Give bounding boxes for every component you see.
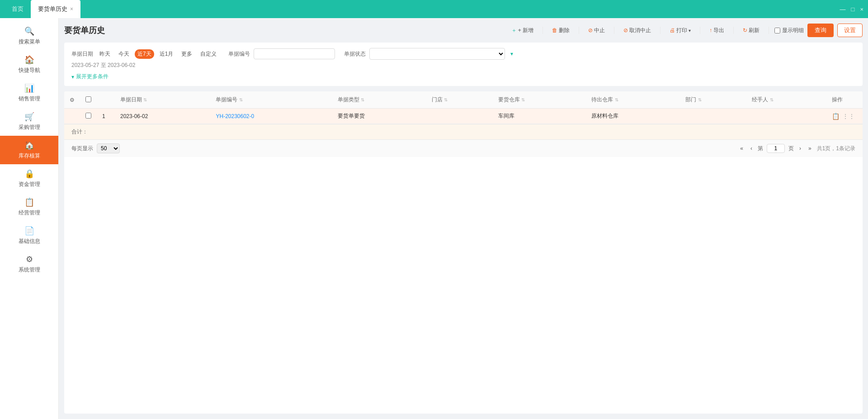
tab-requisition-history[interactable]: 要货单历史 × — [31, 0, 80, 18]
basic-info-icon: 📄 — [24, 226, 34, 236]
filter-status: 单据状态 ▾ — [344, 48, 855, 60]
sidebar-item-search[interactable]: 🔍 搜索菜单 — [0, 22, 58, 50]
filter-doc-no: 单据编号 — [228, 48, 335, 59]
first-page-button[interactable]: « — [738, 144, 745, 152]
stop-icon: ⊘ — [588, 27, 593, 33]
date-last1month[interactable]: 近1月 — [157, 49, 176, 59]
header-actions: ＋ + 新增 🗑 删除 ⊘ 中止 ⊘ 取消中止 — [508, 24, 863, 37]
sidebar-item-quick-nav[interactable]: 🏠 快捷导航 — [0, 50, 58, 79]
col-operation: 操作 — [826, 91, 863, 109]
window-close[interactable]: × — [860, 6, 863, 13]
summary-label: 合计： — [71, 129, 88, 135]
window-minimize[interactable]: — — [840, 6, 846, 13]
tab-home[interactable]: 首页 — [5, 0, 31, 18]
sort-icon[interactable]: ⇅ — [615, 97, 618, 102]
col-handler-label: 经手人 — [752, 96, 768, 103]
row-select-checkbox[interactable] — [85, 113, 91, 119]
sidebar-item-purchase[interactable]: 🛒 采购管理 — [0, 107, 58, 136]
sort-icon[interactable]: ⇅ — [143, 97, 147, 102]
operations-icon: 📋 — [24, 197, 34, 207]
tab-close-icon[interactable]: × — [70, 6, 73, 12]
table-footer: 每页显示 50 10 20 100 « ‹ 第 页 › » 共 — [64, 139, 863, 157]
finance-icon: 🔒 — [24, 169, 34, 179]
table-container: ⚙ 单据日期 ⇅ 单据编号 ⇅ — [64, 91, 863, 414]
sidebar: 🔍 搜索菜单 🏠 快捷导航 📊 销售管理 🛒 采购管理 🏠 库存核算 🔒 资金管… — [0, 18, 59, 419]
next-page-button[interactable]: › — [797, 144, 803, 152]
inventory-icon: 🏠 — [24, 140, 34, 150]
divider — [542, 27, 543, 34]
sidebar-item-operations[interactable]: 📋 经营管理 — [0, 193, 58, 221]
date-yesterday[interactable]: 昨天 — [97, 49, 113, 59]
sort-icon[interactable]: ⇅ — [361, 97, 364, 102]
top-bar: 首页 要货单历史 × — □ × — [0, 0, 868, 18]
settings-icon[interactable]: ⚙ — [70, 97, 75, 103]
status-label: 单据状态 — [344, 50, 366, 58]
row-pending-warehouse: 原材料仓库 — [586, 109, 680, 124]
status-select[interactable] — [369, 48, 505, 60]
col-department: 部门 ⇅ — [680, 91, 746, 109]
col-settings[interactable]: ⚙ — [64, 91, 80, 109]
table-row: 1 2023-06-02 YH-20230602-0 要货单要货 车间库 原材料… — [64, 109, 863, 124]
cancel-stop-icon: ⊘ — [623, 27, 628, 33]
window-controls: — □ × — [840, 6, 863, 13]
summary-row: 合计： — [64, 124, 863, 139]
row-doc-no[interactable]: YH-20230602-0 — [210, 109, 332, 124]
divider — [660, 27, 660, 34]
expand-filter[interactable]: ▾ 展开更多条件 — [71, 73, 855, 81]
sort-icon[interactable]: ⇅ — [239, 97, 243, 102]
export-button[interactable]: ↑ 导出 — [706, 25, 728, 36]
filter-row: 单据日期 昨天 今天 近7天 近1月 更多 自定义 单据编号 — [71, 48, 855, 60]
display-detail-checkbox[interactable] — [774, 28, 780, 33]
new-button[interactable]: ＋ + 新增 — [508, 25, 537, 36]
system-icon: ⚙ — [26, 254, 33, 264]
delete-button[interactable]: 🗑 删除 — [548, 25, 573, 36]
home-icon: 🏠 — [24, 55, 34, 65]
divider — [733, 27, 734, 34]
sidebar-item-system[interactable]: ⚙ 系统管理 — [0, 250, 58, 278]
date-last7days[interactable]: 近7天 — [135, 49, 154, 59]
sidebar-item-inventory[interactable]: 🏠 库存核算 — [0, 136, 58, 164]
last-page-button[interactable]: » — [807, 144, 813, 152]
cancel-stop-button[interactable]: ⊘ 取消中止 — [620, 25, 655, 36]
settings-button[interactable]: 设置 — [837, 24, 863, 37]
col-pending-warehouse-label: 待出仓库 — [591, 96, 613, 103]
edit-icon[interactable]: 📋 — [832, 113, 840, 120]
sidebar-item-sales[interactable]: 📊 销售管理 — [0, 79, 58, 107]
page-suffix: 页 — [788, 145, 794, 152]
row-num: 1 — [97, 109, 115, 124]
sidebar-item-basic-info[interactable]: 📄 基础信息 — [0, 221, 58, 250]
prev-page-button[interactable]: ‹ — [749, 144, 754, 152]
sort-icon[interactable]: ⇅ — [770, 97, 774, 102]
sidebar-item-finance[interactable]: 🔒 资金管理 — [0, 164, 58, 193]
page-header: 要货单历史 ＋ + 新增 🗑 删除 ⊘ 中止 ⊘ — [64, 24, 863, 37]
doc-no-link[interactable]: YH-20230602-0 — [216, 113, 254, 119]
doc-no-input[interactable] — [254, 48, 335, 59]
sort-icon[interactable]: ⇅ — [521, 97, 525, 102]
more-icon[interactable]: ⋮⋮ — [842, 113, 855, 120]
content-area: 要货单历史 ＋ + 新增 🗑 删除 ⊘ 中止 ⊘ — [59, 18, 868, 419]
query-button[interactable]: 查询 — [807, 24, 834, 37]
page-number-input[interactable] — [767, 144, 785, 153]
display-detail-toggle[interactable]: 显示明细 — [774, 27, 804, 34]
window-maximize[interactable]: □ — [851, 6, 855, 13]
date-more[interactable]: 更多 — [179, 49, 195, 59]
sort-icon[interactable]: ⇅ — [698, 97, 702, 102]
print-button[interactable]: 🖨 打印 ▾ — [666, 25, 694, 36]
refresh-button[interactable]: ↻ 刷新 — [739, 25, 763, 36]
stop-button[interactable]: ⊘ 中止 — [585, 25, 609, 36]
col-doc-type: 单据类型 ⇅ — [332, 91, 426, 109]
row-handler — [746, 109, 826, 124]
total-info: 共1页，1条记录 — [817, 145, 855, 152]
date-today[interactable]: 今天 — [116, 49, 132, 59]
date-custom[interactable]: 自定义 — [198, 49, 219, 59]
col-doc-date: 单据日期 ⇅ — [115, 91, 210, 109]
col-doc-no: 单据编号 ⇅ — [210, 91, 332, 109]
page-size-select[interactable]: 50 10 20 100 — [97, 143, 120, 153]
date-label: 单据日期 — [71, 50, 93, 58]
new-icon: ＋ — [511, 27, 517, 34]
filter-panel: 单据日期 昨天 今天 近7天 近1月 更多 自定义 单据编号 — [64, 43, 863, 86]
refresh-icon: ↻ — [743, 27, 747, 33]
select-all-checkbox[interactable] — [85, 96, 91, 102]
col-num — [97, 91, 115, 109]
sort-icon[interactable]: ⇅ — [444, 97, 448, 102]
